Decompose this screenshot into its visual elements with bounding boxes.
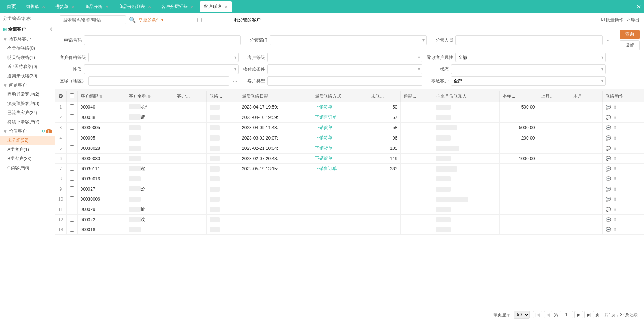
row-checkbox-cell[interactable] xyxy=(66,215,77,225)
more-action-icon[interactable]: ⁞⁞ xyxy=(613,227,616,232)
last-contact-method-cell[interactable] xyxy=(312,184,368,194)
row-checkbox[interactable] xyxy=(70,104,74,109)
sidebar-item-churned[interactable]: 已流失客户(24) xyxy=(0,108,55,117)
row-checkbox[interactable] xyxy=(70,217,74,222)
row-checkbox[interactable] xyxy=(70,227,74,232)
person-ellipsis[interactable]: ··· xyxy=(605,37,612,43)
last-contact-method-cell[interactable]: 下销售订单 xyxy=(312,164,368,174)
sidebar-item-today-contact[interactable]: 今天待联络(0) xyxy=(0,44,55,53)
intercompany-th[interactable]: 往来单位联系人 xyxy=(433,91,500,102)
contact-action-icon[interactable]: 💬 xyxy=(606,187,611,192)
reset-button[interactable]: 设置 xyxy=(620,40,640,50)
last-contact-method-cell[interactable]: 下销货单 xyxy=(312,133,368,143)
last-contact-method-cell[interactable] xyxy=(312,215,368,225)
batch-operation-btn[interactable]: ☑ 批量操作 xyxy=(601,17,623,23)
region-input[interactable] xyxy=(88,76,229,86)
row-checkbox-cell[interactable] xyxy=(66,123,77,133)
more-action-icon[interactable]: ⁞⁞ xyxy=(613,115,616,120)
prev-page-btn[interactable]: ◀ xyxy=(544,311,552,318)
my-customers-checkbox[interactable] xyxy=(166,18,233,22)
row-checkbox-cell[interactable] xyxy=(66,184,77,194)
this-month-th[interactable]: 本月... xyxy=(570,91,603,102)
sidebar-item-class-b[interactable]: B类客户(33) xyxy=(0,154,55,163)
more-action-icon[interactable]: ⁞⁞ xyxy=(613,105,616,110)
page-size-select[interactable]: 50 xyxy=(514,311,530,319)
sidebar-item-class-c[interactable]: C类客户(6) xyxy=(0,163,55,173)
close-purchase-order[interactable]: ✕ xyxy=(71,5,74,9)
filter-search-icon[interactable]: 🔍 xyxy=(129,17,136,23)
contact-th[interactable]: 联络... xyxy=(207,91,239,102)
gender-select[interactable] xyxy=(84,64,239,74)
contact-action-icon[interactable]: 💬 xyxy=(606,115,611,120)
wait-contact-group[interactable]: ▼ 待联络客户 xyxy=(0,35,55,44)
home-tab[interactable]: 首页 xyxy=(3,1,20,12)
sidebar-item-overdue-contact[interactable]: 逾期未联络(30) xyxy=(0,71,55,81)
row-checkbox[interactable] xyxy=(70,196,74,201)
more-action-icon[interactable]: ⁞⁞ xyxy=(613,197,616,202)
more-action-icon[interactable]: ⁞⁞ xyxy=(613,135,616,141)
more-action-icon[interactable]: ⁞⁞ xyxy=(613,166,616,172)
search-input[interactable] xyxy=(60,15,126,24)
contact-action-icon[interactable]: 💬 xyxy=(606,125,611,130)
close-product-analysis-list[interactable]: ✕ xyxy=(148,5,151,9)
last-contact-method-th[interactable]: 最后联络方式 xyxy=(312,91,368,102)
row-checkbox[interactable] xyxy=(70,114,74,119)
select-all-checkbox[interactable] xyxy=(70,93,74,98)
first-page-btn[interactable]: |◀ xyxy=(533,311,542,318)
query-button[interactable]: 查询 xyxy=(620,30,640,39)
contact-action-icon[interactable]: 💬 xyxy=(606,166,611,172)
sidebar-search-input[interactable] xyxy=(3,16,55,21)
tab-sales-order[interactable]: 销售单 ✕ xyxy=(21,1,49,12)
customer-type-input[interactable] xyxy=(267,76,422,86)
checkbox-th[interactable] xyxy=(66,91,77,102)
my-customers-checkbox-label[interactable]: 我分管的客户 xyxy=(166,17,261,23)
all-customers-header[interactable]: ⊞ 全部客户 《 xyxy=(0,24,55,35)
row-checkbox[interactable] xyxy=(70,156,74,160)
row-checkbox-cell[interactable] xyxy=(66,154,77,164)
row-checkbox[interactable] xyxy=(70,125,74,130)
sidebar-item-churn-warning[interactable]: 流失预警客户(3) xyxy=(0,99,55,108)
sidebar-item-tomorrow-contact[interactable]: 明天待联络(1) xyxy=(0,53,55,62)
sidebar-item-class-a[interactable]: A类客户(1) xyxy=(0,145,55,154)
name-th[interactable]: 客户名称 ⇅ xyxy=(126,91,174,102)
retail-attr-select[interactable]: 全部 xyxy=(455,53,606,62)
more-conditions-btn[interactable]: ▽ 更多条件 ▾ xyxy=(139,17,163,23)
row-checkbox[interactable] xyxy=(70,176,74,181)
row-checkbox-cell[interactable] xyxy=(66,112,77,123)
contact-action-icon[interactable]: 💬 xyxy=(606,176,611,181)
page-input[interactable] xyxy=(560,311,573,318)
no-contact-th[interactable]: 未联... xyxy=(368,91,401,102)
settings-th[interactable]: ⚙ xyxy=(55,91,66,102)
more-action-icon[interactable]: ⁞⁞ xyxy=(613,207,616,212)
last-contact-method-cell[interactable] xyxy=(312,194,368,204)
more-action-icon[interactable]: ⁞⁞ xyxy=(613,156,616,161)
person-input[interactable] xyxy=(455,35,603,45)
row-checkbox-cell[interactable] xyxy=(66,102,77,112)
refresh-icon[interactable]: ↻ xyxy=(42,129,45,134)
settings-icon[interactable]: ⚙ xyxy=(58,93,63,99)
customer-type-th[interactable]: 客户... xyxy=(174,91,207,102)
row-checkbox-cell[interactable] xyxy=(66,204,77,215)
last-contact-method-cell[interactable]: 下销货单 xyxy=(312,102,368,112)
tab-customer-contact[interactable]: 客户联络 ✕ xyxy=(200,1,232,12)
last-contact-method-cell[interactable] xyxy=(312,204,368,215)
dept-select[interactable] xyxy=(270,35,426,45)
sidebar-item-abnormal[interactable]: 固购异常客户(2) xyxy=(0,90,55,99)
last-contact-date-th[interactable]: 最后联络日期 xyxy=(239,91,312,102)
tab-customer-segmentation[interactable]: 客户分层经营 ✕ xyxy=(157,1,198,12)
row-checkbox[interactable] xyxy=(70,186,74,191)
row-checkbox-cell[interactable] xyxy=(66,174,77,184)
region-ellipsis[interactable]: ··· xyxy=(232,78,239,84)
close-window-icon[interactable]: ✕ xyxy=(636,3,641,10)
row-checkbox[interactable] xyxy=(70,135,74,140)
contact-action-icon[interactable]: 💬 xyxy=(606,146,611,151)
more-action-icon[interactable]: ⁞⁞ xyxy=(613,125,616,130)
last-contact-method-cell[interactable] xyxy=(312,225,368,235)
tab-product-analysis[interactable]: 商品分析 ✕ xyxy=(80,1,113,12)
contact-action-icon[interactable]: 💬 xyxy=(606,227,611,232)
row-checkbox-cell[interactable] xyxy=(66,225,77,235)
row-checkbox[interactable] xyxy=(70,207,74,211)
last-page-btn[interactable]: ▶| xyxy=(584,311,594,318)
overdue-th[interactable]: 逾期... xyxy=(401,91,433,102)
contact-action-icon[interactable]: 💬 xyxy=(606,135,611,141)
